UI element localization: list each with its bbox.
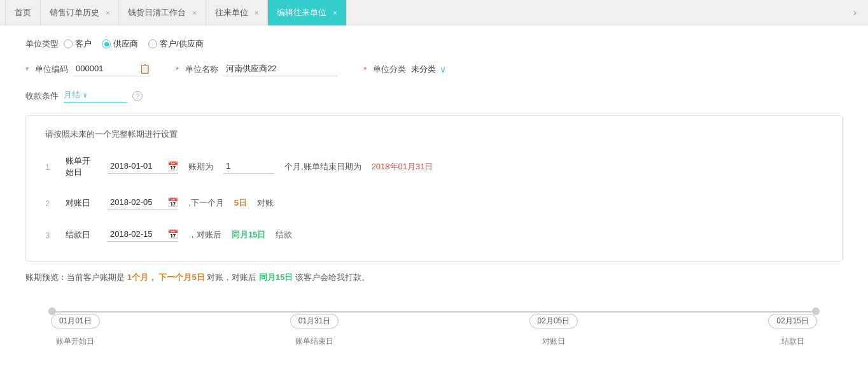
tab-partners[interactable]: 往来单位 × [206,0,268,25]
period-pay-day: 同月15日 [232,229,265,241]
unit-code-label: 单位编码 [35,64,68,75]
unit-type-field: 单位类型 客户 供应商 客户/供应商 [25,38,204,50]
timeline-label-1: 账单开始日 [56,336,94,347]
radio-circle-customer [64,39,73,48]
unit-info-row: * 单位编码 📋 * 单位名称 * 单位分类 未分类 ∨ [25,62,843,76]
period-months-input-group [223,160,274,174]
period-num-2: 2 [45,199,55,208]
period-desc-2-after: 对账 [257,197,274,209]
timeline-tag-4: 02月15日 [768,314,817,328]
payment-value: 月结 [64,89,80,101]
calendar-icon-3[interactable]: 📅 [167,229,178,239]
payment-field: 收款条件 月结 ∨ ? [25,89,143,102]
radio-circle-supplier [102,39,111,48]
radio-supplier[interactable]: 供应商 [102,38,138,50]
calendar-icon-1[interactable]: 📅 [167,161,178,171]
unit-name-field: * 单位名称 [176,62,338,76]
required-star-name: * [176,65,179,74]
tab-bar: 首页 销售订单历史 × 钱货日清工作台 × 往来单位 × 编辑往来单位 × › [0,0,868,25]
classify-value: 未分类 [411,64,436,75]
close-edit-partner-icon[interactable]: × [333,9,337,17]
unit-name-input-group [223,62,338,76]
radio-both[interactable]: 客户/供应商 [148,38,204,50]
calendar-icon-2[interactable]: 📅 [167,197,178,208]
period-date-3-input[interactable] [108,228,165,240]
preview-text: 账期预览：当前客户账期是 1个月， 下一个月5日 对账，对账后 同月15日 该客… [25,272,843,283]
timeline-point-4: 02月15日 结款日 [768,299,817,347]
period-date-3-group: 📅 [108,228,178,242]
period-date-3-input-group: 📅 [108,228,178,242]
unit-code-input[interactable] [73,62,137,74]
period-row-1: 1 账单开始日 📅 账期为 个月,账单结束日期为 2018年01月31日 [45,155,823,178]
period-end-date-highlight: 2018年01月31日 [372,161,433,172]
radio-group: 客户 供应商 客户/供应商 [64,38,204,50]
period-row-3: 3 结款日 📅 ，对账后 同月15日 结款 [45,228,823,242]
period-desc-3-before: ，对账后 [188,229,221,241]
period-label-3: 结款日 [66,229,97,241]
period-desc-3-after: 结款 [276,229,292,241]
radio-customer[interactable]: 客户 [64,38,92,50]
period-date-2-group: 📅 [108,196,178,210]
radio-circle-both [148,39,157,48]
timeline-tag-2: 01月31日 [290,314,339,328]
tab-home[interactable]: 首页 [5,0,41,25]
unit-classify-label: 单位分类 [373,64,406,75]
timeline-label-3: 对账日 [542,336,565,347]
timeline-point-1: 01月01日 账单开始日 [51,299,100,347]
unit-type-row: 单位类型 客户 供应商 客户/供应商 [25,38,843,50]
payment-row: 收款条件 月结 ∨ ? [25,89,843,102]
copy-icon[interactable]: 📋 [139,64,150,74]
preview-1month: 1个月， [127,272,157,282]
tab-chevron-right[interactable]: › [847,7,863,18]
period-num-3: 3 [45,230,55,240]
timeline-wrapper: 01月01日 账单开始日 01月31日 账单结束日 02月05日 对账日 02月… [25,299,843,347]
period-row-2: 2 对账日 📅 ,下一个月 5日 对账 [45,196,823,210]
unit-type-label: 单位类型 [25,38,59,50]
required-star-code: * [25,65,29,74]
period-months-input[interactable] [223,160,274,172]
required-star-classify: * [363,65,367,74]
period-date-2-input[interactable] [108,196,165,208]
tab-cash-work[interactable]: 钱货日清工作台 × [119,0,206,25]
timeline-tag-1: 01月01日 [51,314,100,328]
unit-code-input-group: 📋 [73,62,150,76]
period-date-2-input-group: 📅 [108,196,178,210]
unit-code-field: * 单位编码 📋 [25,62,150,76]
preview-label: 账期预览：当前客户账期是 [25,272,125,282]
unit-name-label: 单位名称 [185,64,218,75]
timeline-point-3: 02月05日 对账日 [529,299,578,347]
payment-label: 收款条件 [25,90,59,102]
period-label-2: 对账日 [66,197,97,209]
unit-name-input[interactable] [223,62,338,74]
unit-classify-field: * 单位分类 未分类 ∨ [363,64,446,75]
period-num-1: 1 [45,162,55,172]
tab-sales-history[interactable]: 销售订单历史 × [41,0,119,25]
period-label-1: 账单开始日 [66,155,97,178]
period-box: 请按照未来的一个完整帐期进行设置 1 账单开始日 📅 账期为 个月,账单结束日期… [25,115,843,262]
period-date-1-input[interactable] [108,160,165,172]
timeline-points: 01月01日 账单开始日 01月31日 账单结束日 02月05日 对账日 02月… [51,299,817,347]
tab-edit-partner[interactable]: 编辑往来单位 × [268,0,346,25]
payment-select[interactable]: 月结 ∨ [64,89,127,102]
period-date-1-group: 📅 [108,160,178,174]
period-desc-2-before: ,下一个月 [188,197,224,209]
period-instruction: 请按照未来的一个完整帐期进行设置 [45,129,823,140]
preview-reconcile: 下一个月5日 [158,272,204,282]
timeline-tag-3: 02月05日 [529,314,578,328]
page-content: 单位类型 客户 供应商 客户/供应商 * 单位编码 [0,25,868,387]
close-partners-icon[interactable]: × [255,9,258,17]
period-date-1-input-group: 📅 [108,160,178,174]
preview-pay: 同月15日 [259,272,293,282]
classify-select[interactable]: 未分类 ∨ [411,64,446,75]
timeline-label-4: 结款日 [781,336,804,347]
classify-chevron-icon: ∨ [440,64,446,74]
period-desc-1-before: 账期为 [188,161,213,172]
close-sales-history-icon[interactable]: × [106,9,109,17]
payment-chevron-icon: ∨ [83,92,87,99]
preview-end: 该客户会给我打款。 [295,272,370,282]
help-icon[interactable]: ? [132,91,143,101]
timeline-label-2: 账单结束日 [295,336,333,347]
preview-mid: 对账，对账后 [207,272,256,282]
period-desc-1-after: 个月,账单结束日期为 [284,161,361,172]
close-cash-work-icon[interactable]: × [192,9,196,17]
